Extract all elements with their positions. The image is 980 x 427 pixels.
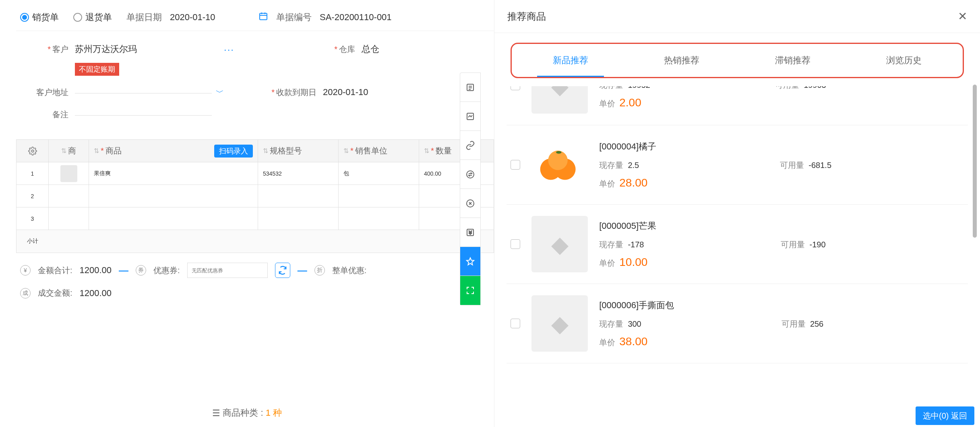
fixed-period-tag: 不固定账期 — [75, 63, 119, 76]
bill-date-label: 单据日期 — [126, 11, 162, 23]
coupon-input[interactable] — [187, 263, 268, 278]
product-avail: -681.5 — [808, 161, 831, 170]
chevron-down-icon[interactable]: ﹀ — [216, 87, 224, 98]
close-circle-icon[interactable] — [460, 189, 480, 218]
col-product[interactable]: ⇅*商品 扫码录入 — [89, 140, 258, 162]
amount-value: 1200.00 — [80, 265, 112, 276]
cny-circle-icon[interactable]: ¥ — [460, 218, 480, 247]
tab-history[interactable]: 浏览历史 — [848, 47, 959, 74]
radio-dot-icon — [20, 13, 29, 22]
cny-icon: ¥ — [20, 265, 31, 276]
product-image-placeholder-icon: ◆ — [531, 216, 588, 272]
product-stock: 2.5 — [628, 161, 639, 170]
refresh-coupon-button[interactable] — [275, 263, 290, 278]
product-avail: 256 — [810, 319, 823, 328]
product-image-orange — [531, 137, 588, 193]
product-item[interactable]: ◆ [0000006]手撕面包 现存量 300 可用量 256 单价38.00 — [507, 284, 968, 363]
calendar-icon[interactable] — [258, 11, 268, 23]
svg-text:¥: ¥ — [468, 230, 472, 236]
recommend-header: 推荐商品 ✕ — [494, 0, 980, 33]
coupon-icon: 券 — [136, 265, 146, 276]
row-product[interactable]: 果倍爽 — [89, 162, 258, 184]
subtotal-row: 小计 — [17, 230, 494, 253]
line-items-table: ⇅商 ⇅*商品 扫码录入 ⇅规格型号 ⇅*销售单位 ⇅*数量 1 果倍爽 534… — [16, 139, 494, 253]
row-qty[interactable]: 400.00 — [419, 162, 492, 184]
product-item[interactable]: [0000004]橘子 现存量 2.5 可用量 -681.5 单价28.00 — [507, 125, 968, 205]
col-qty[interactable]: ⇅*数量 — [419, 140, 492, 162]
tab-hot[interactable]: 热销推荐 — [626, 47, 737, 74]
recommend-title: 推荐商品 — [507, 10, 546, 23]
radio-return-label: 退货单 — [85, 11, 112, 23]
row-unit[interactable]: 包 — [339, 162, 419, 184]
customer-lookup-button[interactable]: ··· — [224, 44, 234, 55]
link-icon[interactable] — [460, 131, 480, 160]
bill-no-label: 单据编号 — [276, 11, 312, 23]
product-checkbox[interactable] — [511, 239, 520, 249]
recommend-footer: 选中(0) 返回 — [916, 410, 974, 421]
order-type-row: 销货单 退货单 单据日期 2020-01-10 单据编号 SA-20200110… — [16, 7, 494, 31]
product-item[interactable]: ◆ 250mL 现存量 19952 可用量 19903 单价2.00 — [507, 86, 968, 125]
bill-date-value[interactable]: 2020-01-10 — [170, 12, 250, 23]
chart-icon[interactable] — [460, 102, 480, 131]
variety-value: 1 种 — [266, 408, 282, 418]
product-title: [0000006]手撕面包 — [599, 299, 968, 311]
tag-icon: ☰ — [212, 408, 220, 419]
star-icon[interactable] — [460, 247, 480, 276]
warehouse-value[interactable]: 总仓 — [362, 43, 442, 56]
address-input[interactable] — [75, 91, 212, 93]
close-icon[interactable]: ✕ — [958, 10, 967, 23]
col-vendor[interactable]: ⇅商 — [49, 140, 89, 162]
scrollbar[interactable] — [973, 85, 977, 238]
radio-sales-label: 销货单 — [32, 11, 59, 23]
table-row[interactable]: 1 果倍爽 534532 包 400.00 — [17, 162, 494, 185]
tab-new[interactable]: 新品推荐 — [515, 47, 626, 74]
coupon-label: 优惠券: — [153, 265, 180, 276]
product-checkbox[interactable] — [511, 86, 520, 90]
swap-icon[interactable] — [460, 160, 480, 189]
product-price: 28.00 — [619, 176, 647, 189]
table-row[interactable]: 2 — [17, 185, 494, 207]
deal-icon: 成 — [20, 288, 31, 298]
product-title: [0000005]芒果 — [599, 220, 968, 232]
address-label: 客户地址 — [20, 87, 68, 98]
row-spec[interactable]: 534532 — [258, 162, 339, 184]
product-checkbox[interactable] — [511, 319, 520, 328]
gear-icon[interactable] — [17, 140, 49, 162]
row-index: 2 — [17, 185, 49, 207]
table-header: ⇅商 ⇅*商品 扫码录入 ⇅规格型号 ⇅*销售单位 ⇅*数量 — [17, 140, 494, 162]
svg-point-20 — [556, 151, 561, 154]
recommend-tabs: 新品推荐 热销推荐 滞销推荐 浏览历史 — [511, 43, 964, 78]
product-item[interactable]: ◆ [0000005]芒果 现存量 -178 可用量 -190 单价10.00 — [507, 205, 968, 284]
customer-value[interactable]: 苏州万达沃尔玛 — [75, 43, 212, 56]
form-section: *客户 苏州万达沃尔玛 ··· *仓库 总仓 不固定账期 客户地址 ﹀ — [16, 31, 494, 135]
radio-return-order[interactable]: 退货单 — [73, 11, 112, 23]
col-spec[interactable]: ⇅规格型号 — [258, 140, 339, 162]
bill-no-value: SA-20200110-001 — [320, 12, 400, 23]
due-value[interactable]: 2020-01-10 — [323, 87, 403, 98]
svg-point-10 — [467, 171, 474, 178]
deal-label: 成交金额: — [38, 288, 72, 298]
product-image-placeholder-icon: ◆ — [531, 86, 588, 114]
recommend-panel: 推荐商品 ✕ 新品推荐 热销推荐 滞销推荐 浏览历史 ◆ 250mL 现存量 1… — [494, 0, 980, 427]
product-stock: 300 — [628, 319, 641, 328]
product-stock: 19952 — [628, 86, 650, 89]
remark-input[interactable] — [75, 114, 212, 116]
bottom-summary: ☰ 商品种类 : 1 种 — [0, 407, 494, 419]
product-price: 10.00 — [619, 256, 647, 268]
product-title: [0000004]橘子 — [599, 141, 968, 153]
svg-marker-16 — [467, 258, 474, 265]
scan-input-button[interactable]: 扫码录入 — [214, 145, 253, 158]
table-row[interactable]: 3 — [17, 207, 494, 230]
product-avail: 19903 — [804, 86, 826, 89]
product-list[interactable]: ◆ 250mL 现存量 19952 可用量 19903 单价2.00 [0000… — [507, 86, 968, 400]
amount-label: 金额合计: — [38, 265, 72, 276]
tab-slow[interactable]: 滞销推荐 — [737, 47, 848, 74]
product-checkbox[interactable] — [511, 160, 520, 170]
selected-return-button[interactable]: 选中(0) 返回 — [916, 406, 974, 425]
bill-meta: 单据日期 2020-01-10 单据编号 SA-20200110-001 — [126, 11, 400, 23]
radio-sales-order[interactable]: 销货单 — [20, 11, 59, 23]
row-index: 1 — [17, 162, 49, 184]
list-icon[interactable] — [460, 73, 480, 102]
col-unit[interactable]: ⇅*销售单位 — [339, 140, 419, 162]
expand-icon[interactable] — [460, 276, 480, 305]
